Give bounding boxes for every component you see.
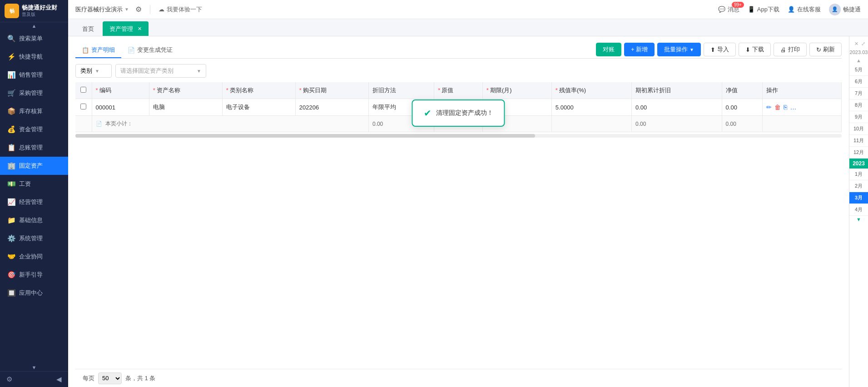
company-selector[interactable]: 医疗器械行业演示 ▼ <box>75 5 129 14</box>
reconcile-button[interactable]: 对账 <box>596 43 621 56</box>
sidebar-item-label: 新手引导 <box>19 271 43 279</box>
sidebar-item-sales[interactable]: 📊 销售管理 <box>0 66 68 84</box>
header-actions: 操作 <box>763 82 842 99</box>
sidebar-menu: 🔍 搜索菜单 ⚡ 快捷导航 📊 销售管理 🛒 采购管理 📦 库存核算 💰 资金管… <box>0 30 68 364</box>
sidebar-bottom: ⚙ ◀ <box>0 371 68 387</box>
cell-purchase-date: 202206 <box>295 99 368 116</box>
sidebar-item-fixed-assets[interactable]: 🏢 固定资产 <box>0 157 68 175</box>
more-button[interactable]: … <box>790 104 796 111</box>
experience-button[interactable]: ☁ 我要体验一下 <box>159 5 202 14</box>
calendar-month-8[interactable]: 8月 <box>849 99 868 111</box>
edit-button[interactable]: ✏ <box>766 104 772 111</box>
calendar-month-4[interactable]: 4月 <box>849 204 868 216</box>
sidebar-item-operations[interactable]: 📈 经营管理 <box>0 193 68 211</box>
user-menu[interactable]: 👤 畅捷通 <box>829 4 861 15</box>
sidebar-item-system[interactable]: ⚙️ 系统管理 <box>0 229 68 248</box>
import-label: 导入 <box>717 45 729 54</box>
sidebar-item-ledger[interactable]: 📋 总账管理 <box>0 139 68 157</box>
sidebar-item-quick-nav[interactable]: ⚡ 快捷导航 <box>0 48 68 66</box>
message-icon: 💬 <box>718 6 725 13</box>
add-button[interactable]: + 新增 <box>624 43 655 56</box>
sidebar-item-app-center[interactable]: 🔲 应用中心 <box>0 284 68 302</box>
sidebar-item-enterprise[interactable]: 🤝 企业协同 <box>0 248 68 266</box>
sidebar-item-inventory[interactable]: 📦 库存核算 <box>0 102 68 120</box>
sub-tab-change-voucher[interactable]: 📄 变更生成凭证 <box>121 43 179 58</box>
sidebar-item-payroll[interactable]: 💵 工资 <box>0 175 68 193</box>
delete-button[interactable]: 🗑 <box>774 104 781 111</box>
category-filter[interactable]: 类别 ▼ <box>75 64 112 78</box>
scrollbar-thumb[interactable] <box>75 134 535 138</box>
import-button[interactable]: ⬆ 导入 <box>704 43 736 56</box>
calendar-month-6[interactable]: 6月 <box>849 76 868 88</box>
message-button[interactable]: 💬 消息 99+ <box>718 5 739 14</box>
calendar-month-9[interactable]: 9月 <box>849 111 868 123</box>
select-all-checkbox[interactable] <box>80 87 86 93</box>
calendar-month-7[interactable]: 7月 <box>849 88 868 99</box>
header-depreciation-method: 折旧方法 <box>368 82 434 99</box>
copy-button[interactable]: ⎘ <box>784 104 787 111</box>
sidebar-item-basic-info[interactable]: 📁 基础信息 <box>0 211 68 229</box>
sidebar-item-label: 企业协同 <box>19 253 43 261</box>
calendar-year-2023[interactable]: 2023 <box>849 159 868 169</box>
sidebar-item-guide[interactable]: 🎯 新手引导 <box>0 266 68 284</box>
refresh-button[interactable]: ↻ 刷新 <box>809 43 842 56</box>
subtotal-empty5 <box>763 116 842 132</box>
print-label: 打印 <box>788 45 800 54</box>
success-toast: ✔ 清理固定资产成功！ <box>412 99 505 127</box>
subtotal-initial: 0.00 <box>632 116 722 132</box>
calendar-up-arrow[interactable]: ▲ <box>849 57 868 64</box>
calendar-month-5[interactable]: 5月 <box>849 64 868 76</box>
sidebar-item-purchase[interactable]: 🛒 采购管理 <box>0 84 68 102</box>
guide-icon: 🎯 <box>7 271 15 279</box>
settings-button[interactable]: ⚙ <box>135 5 142 14</box>
print-button[interactable]: 🖨 打印 <box>774 43 807 56</box>
batch-button[interactable]: 批量操作 ▼ <box>657 43 701 56</box>
sidebar-scroll-down[interactable]: ▼ <box>0 364 68 371</box>
per-page-select[interactable]: 50 10 20 100 <box>98 372 122 384</box>
sidebar-item-label: 搜索菜单 <box>19 35 43 43</box>
sidebar-item-search[interactable]: 🔍 搜索菜单 <box>0 30 68 48</box>
tab-home[interactable]: 首页 <box>75 21 101 36</box>
sidebar-item-finance[interactable]: 💰 资金管理 <box>0 120 68 139</box>
sidebar-item-label: 工资 <box>19 180 31 188</box>
panel-close-icon[interactable]: ✕ <box>853 40 859 48</box>
sub-tab-asset-detail[interactable]: 📋 资产明细 <box>75 43 121 58</box>
calendar-month-1[interactable]: 1月 <box>849 169 868 180</box>
calendar-month-2[interactable]: 2月 <box>849 180 868 192</box>
sidebar-scroll-up[interactable]: ▲ <box>0 22 68 30</box>
tab-close-icon[interactable]: ✕ <box>138 26 142 32</box>
sidebar-item-label: 系统管理 <box>19 234 43 243</box>
calendar-month-12[interactable]: 12月 <box>849 147 868 159</box>
online-service-button[interactable]: 👤 在线客服 <box>788 5 821 14</box>
category-value-filter[interactable]: 请选择固定资产类别 ▼ <box>115 64 206 78</box>
calendar-down-arrow[interactable]: ▼ <box>849 216 868 223</box>
subtotal-empty4 <box>551 116 631 132</box>
panel-expand-icon[interactable]: ⤢ <box>860 40 866 48</box>
app-download-button[interactable]: 📱 App下载 <box>748 5 779 14</box>
header-checkbox-col <box>75 82 92 99</box>
settings-icon[interactable]: ⚙ <box>6 375 12 383</box>
header-period: *期限(月) <box>482 82 551 99</box>
header-net-value: 净值 <box>722 82 763 99</box>
sidebar-item-label: 快捷导航 <box>19 53 43 61</box>
ledger-icon: 📋 <box>7 144 15 152</box>
category-label: 类别 <box>80 67 92 75</box>
calendar-month-10[interactable]: 10月 <box>849 123 868 135</box>
calendar-header: 2023.03 <box>850 50 868 55</box>
header-code: *编码 <box>92 82 149 99</box>
calendar-month-11[interactable]: 11月 <box>849 135 868 147</box>
row-checkbox[interactable] <box>75 99 92 116</box>
calendar-month-3-current[interactable]: 3月 <box>849 192 868 204</box>
download-button[interactable]: ⬇ 下载 <box>739 43 771 56</box>
subtotal-label: 本页小计： <box>105 120 133 127</box>
sidebar-item-label: 销售管理 <box>19 71 43 79</box>
service-icon: 👤 <box>788 6 795 13</box>
row-select-checkbox[interactable] <box>80 104 86 109</box>
toast-row: ✔ 清理固定资产成功！ <box>75 116 842 116</box>
collapse-icon[interactable]: ◀ <box>56 375 62 383</box>
horizontal-scrollbar[interactable] <box>75 134 842 138</box>
system-icon: ⚙️ <box>7 234 15 243</box>
fixed-assets-icon: 🏢 <box>7 162 15 170</box>
tab-asset-mgmt[interactable]: 资产管理 ✕ <box>103 21 149 36</box>
sidebar-item-label: 经营管理 <box>19 198 43 206</box>
